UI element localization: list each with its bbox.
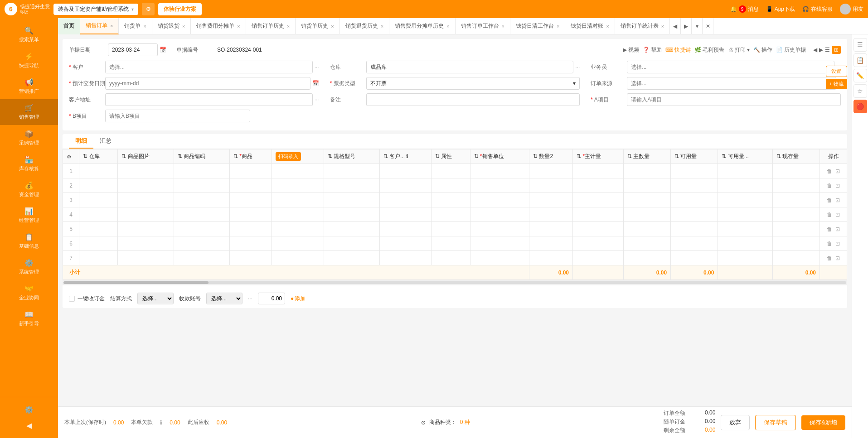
- col-product[interactable]: ⇅ *商品: [229, 149, 272, 164]
- tab-bill-history-close[interactable]: ×: [331, 24, 334, 29]
- sub-tab-summary[interactable]: 汇总: [93, 134, 118, 149]
- tab-return[interactable]: 销货退货 ×: [152, 18, 191, 34]
- col-unit[interactable]: ⇅ *销售单位: [470, 149, 529, 164]
- layout-btn-2[interactable]: ▶: [819, 46, 823, 54]
- row-1-qty2[interactable]: [529, 164, 573, 178]
- row-1-customer-code[interactable]: [379, 164, 431, 178]
- tab-reconciliation-close[interactable]: ×: [606, 24, 609, 29]
- staff-input[interactable]: [627, 61, 834, 73]
- row-4-delete-icon[interactable]: 🗑: [827, 212, 832, 218]
- col-main-unit[interactable]: ⇅ *主计量: [573, 149, 624, 164]
- row-1-delete-icon[interactable]: 🗑: [827, 168, 832, 174]
- row-6-delete-icon[interactable]: 🗑: [827, 241, 832, 247]
- row-1-spec[interactable]: [324, 164, 379, 178]
- tab-cost-history[interactable]: 销售费用分摊单历史 ×: [389, 18, 455, 34]
- sidebar-settings-button[interactable]: ⚙️: [0, 402, 58, 418]
- tab-reconciliation[interactable]: 钱贷日清对账 ×: [565, 18, 615, 34]
- sidebar-item-guide[interactable]: 📖 新手引导: [0, 306, 58, 332]
- row-1-stock-qty[interactable]: [772, 164, 820, 178]
- save-draft-button[interactable]: 保存草稿: [755, 415, 796, 430]
- col-avail-qty[interactable]: ⇅ 可用量: [671, 149, 718, 164]
- sidebar-item-basics[interactable]: 📋 基础信息: [0, 228, 58, 254]
- row-1-scan[interactable]: [272, 164, 324, 178]
- row-2-code[interactable]: [174, 178, 229, 193]
- sidebar-item-sales[interactable]: 🛒 销售管理: [0, 99, 58, 125]
- user-avatar-button[interactable]: 用友: [840, 4, 863, 14]
- row-2-copy-icon[interactable]: ⊡: [835, 183, 840, 189]
- right-panel-edit-btn[interactable]: ✏️: [853, 69, 867, 82]
- sidebar-item-system[interactable]: ⚙️ 系统管理: [0, 254, 58, 280]
- table-scrollbar[interactable]: [63, 280, 847, 285]
- row-2-main-unit[interactable]: [573, 178, 624, 193]
- row-1-warehouse[interactable]: [79, 164, 118, 178]
- col-customer-code[interactable]: ⇅ 客户... ℹ: [379, 149, 431, 164]
- tab-order-stats-close[interactable]: ×: [661, 24, 664, 29]
- row-2-stock-qty[interactable]: [772, 178, 820, 193]
- warehouse-input[interactable]: [366, 61, 574, 73]
- layout-btn-4[interactable]: ⊞: [832, 46, 841, 54]
- col-product-code[interactable]: ⇅ 商品编码: [174, 149, 229, 164]
- settlement-select[interactable]: 选择...: [137, 293, 174, 304]
- row-2-avail-qty[interactable]: [671, 178, 718, 193]
- layout-btn-1[interactable]: ◀: [813, 46, 817, 54]
- col-warehouse[interactable]: ⇅ 仓库: [79, 149, 118, 164]
- col-avail-qty2[interactable]: ⇅ 可用量...: [718, 149, 772, 164]
- tab-nav-prev[interactable]: ◀: [670, 18, 681, 34]
- dots-icon[interactable]: ···: [248, 295, 252, 302]
- a-project-input[interactable]: [627, 93, 841, 106]
- online-service-button[interactable]: 🎧 在线客服: [802, 5, 833, 13]
- remark-input[interactable]: [366, 93, 580, 106]
- tab-cost-split-close[interactable]: ×: [237, 24, 240, 29]
- tab-return-history[interactable]: 销货退货历史 ×: [340, 18, 389, 34]
- tab-sales-order[interactable]: 销售订单 ×: [80, 18, 119, 34]
- tab-sales-bill[interactable]: 销货单 ×: [119, 18, 152, 34]
- tab-return-close[interactable]: ×: [182, 24, 185, 29]
- right-panel-clipboard-btn[interactable]: 📋: [853, 53, 867, 67]
- sidebar-item-finance[interactable]: 💰 资金管理: [0, 177, 58, 202]
- row-1-product[interactable]: [229, 164, 272, 178]
- address-input[interactable]: [105, 93, 313, 106]
- col-stock-qty[interactable]: ⇅ 现存量: [772, 149, 820, 164]
- topbar-settings-button[interactable]: ⚙: [142, 3, 155, 15]
- tab-cost-split[interactable]: 销售费用分摊单 ×: [191, 18, 246, 34]
- sidebar-item-purchase[interactable]: 📦 采购管理: [0, 125, 58, 151]
- tab-nav-more[interactable]: ▾: [692, 18, 703, 34]
- tab-sales-bill-close[interactable]: ×: [143, 24, 146, 29]
- row-1-img[interactable]: [118, 164, 174, 178]
- row-1-main-unit[interactable]: [573, 164, 624, 178]
- add-payment-button[interactable]: ● 添加: [291, 295, 305, 303]
- b-project-input[interactable]: [105, 110, 250, 122]
- row-1-main-qty[interactable]: [623, 164, 670, 178]
- row-3-copy-icon[interactable]: ⊡: [835, 197, 840, 203]
- receipt-account-select[interactable]: 选择...: [206, 293, 242, 304]
- system-name-selector[interactable]: 装备及固定资产辅助管理系统 ▾: [53, 4, 138, 15]
- row-2-main-qty[interactable]: [623, 178, 670, 193]
- calendar-icon[interactable]: 📅: [160, 47, 166, 53]
- row-1-avail-qty2[interactable]: [718, 164, 772, 178]
- view-button[interactable]: ▶ 视频: [623, 46, 639, 54]
- setup-button[interactable]: 设置: [826, 66, 847, 77]
- sidebar-item-search[interactable]: 🔍 搜索菜单: [0, 22, 58, 48]
- row-7-delete-icon[interactable]: 🗑: [827, 255, 832, 261]
- sidebar-item-marketing[interactable]: 📢 营销推广: [0, 73, 58, 99]
- tab-sales-order-close[interactable]: ×: [110, 23, 113, 29]
- layout-btn-3[interactable]: ☰: [825, 46, 830, 54]
- tab-close-all[interactable]: ✕: [703, 18, 713, 34]
- add-logistics-button[interactable]: + 物流: [826, 79, 847, 89]
- warehouse-more-icon[interactable]: ···: [575, 64, 580, 70]
- row-2-customer-code[interactable]: [379, 178, 431, 193]
- tab-order-stats[interactable]: 销售订单统计表 ×: [615, 18, 670, 34]
- row-2-scan[interactable]: [272, 178, 324, 193]
- tab-order-history[interactable]: 销售订单历史 ×: [246, 18, 296, 34]
- row-2-delete-icon[interactable]: 🗑: [827, 183, 832, 189]
- date-input[interactable]: [108, 43, 158, 56]
- quick-collect-checkbox[interactable]: [69, 296, 75, 302]
- col-product-img[interactable]: ⇅ 商品图片: [118, 149, 174, 164]
- row-1-unit[interactable]: [470, 164, 529, 178]
- row-2-avail-qty2[interactable]: [718, 178, 772, 193]
- row-2-qty2[interactable]: [529, 178, 573, 193]
- sub-tab-detail[interactable]: 明细: [69, 134, 93, 149]
- row-3-delete-icon[interactable]: 🗑: [827, 197, 832, 203]
- print-button[interactable]: 🖨 打印 ▾: [728, 46, 750, 54]
- row-2-unit[interactable]: [470, 178, 529, 193]
